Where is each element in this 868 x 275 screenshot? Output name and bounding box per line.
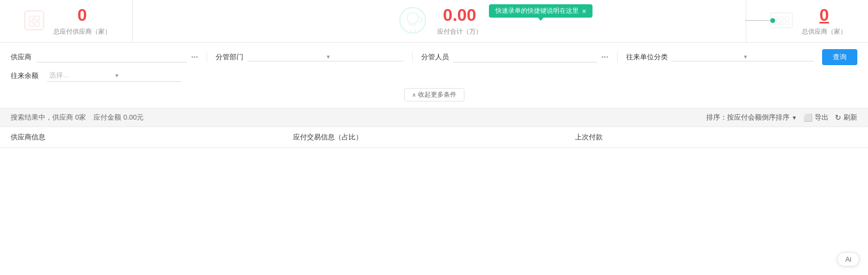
search-bar: 供应商 ··· 分管部门 ▼ 分管人员 ··· 往来单位分类 ▼ <box>0 43 868 108</box>
query-button[interactable]: 查询 <box>822 49 857 65</box>
unit-class-select[interactable]: ▼ <box>672 53 814 61</box>
svg-rect-15 <box>785 22 789 25</box>
collapse-row: ∧ 收起更多条件 <box>11 86 857 104</box>
balance-chevron-icon: ▼ <box>114 73 179 78</box>
results-bar: 搜索结果中，供应商 0家 应付金额 0.00元 排序：按应付会额倒序排序 ▼ ⬜… <box>0 108 868 127</box>
results-summary: 搜索结果中，供应商 0家 应付金额 0.00元 <box>11 113 144 122</box>
svg-rect-3 <box>29 22 33 26</box>
svg-rect-11 <box>780 17 784 20</box>
chevron-up-icon: ∧ <box>412 92 416 98</box>
ai-hint-badge[interactable]: Ai <box>837 252 859 266</box>
department-select[interactable]: ▼ <box>248 53 403 61</box>
collapse-label: 收起更多条件 <box>418 90 456 99</box>
supplier-icon <box>21 7 47 35</box>
divider-1 <box>207 52 207 62</box>
supplier-field: 供应商 ··· <box>11 52 198 62</box>
total-suppliers-label: 总供应商（家） <box>802 27 847 36</box>
svg-rect-13 <box>774 22 778 25</box>
ai-hint-label: Ai <box>845 255 851 263</box>
export-label: 导出 <box>815 113 828 122</box>
sort-chevron-icon: ▼ <box>792 115 797 121</box>
refresh-label: 刷新 <box>843 113 857 122</box>
divider-2 <box>412 52 413 62</box>
payable-suppliers-number: 0 <box>77 6 87 25</box>
tooltip-bubble: 快速录单的快捷键说明在这里 × <box>489 4 593 18</box>
payable-total-label: 应付合计（万） <box>437 27 482 36</box>
svg-rect-14 <box>780 22 784 25</box>
supplier-dots[interactable]: ··· <box>191 52 198 62</box>
balance-label: 往来余额 <box>11 71 38 81</box>
total-suppliers-number: 0 <box>819 6 829 25</box>
collapse-button[interactable]: ∧ 收起更多条件 <box>404 88 464 101</box>
search-row-2: 往来余额 选择... ▼ <box>11 69 182 82</box>
payable-total-number: 0.00 <box>443 6 476 25</box>
svg-rect-1 <box>29 16 33 20</box>
col-transaction-header: 应付交易信息（占比） <box>293 132 575 142</box>
stats-bar: 0 总应付供应商（家） 0.00 应付合计（万） <box>0 0 868 43</box>
svg-rect-12 <box>785 17 789 20</box>
department-chevron-icon: ▼ <box>326 54 401 60</box>
sort-button[interactable]: 排序：按应付会额倒序排序 ▼ <box>706 113 797 122</box>
export-icon: ⬜ <box>803 113 812 122</box>
person-field: 分管人员 ··· <box>421 52 609 62</box>
divider-3 <box>617 52 618 62</box>
col-info-header: 供应商信息 <box>11 132 293 142</box>
tooltip-close[interactable]: × <box>582 7 586 15</box>
stat-payable-total: 0.00 应付合计（万） <box>133 0 746 42</box>
stat-payable-suppliers: 0 总应付供应商（家） <box>0 0 133 42</box>
balance-select[interactable]: 选择... ▼ <box>47 69 182 82</box>
svg-rect-4 <box>35 22 40 26</box>
person-dots[interactable]: ··· <box>601 52 608 62</box>
tooltip-text: 快速录单的快捷键说明在这里 <box>495 6 579 15</box>
stat-total-suppliers: 0 总供应商（家） <box>746 0 868 42</box>
tooltip-connector-dot <box>770 18 775 23</box>
svg-rect-2 <box>35 16 40 20</box>
payable-icon <box>397 4 429 38</box>
svg-rect-0 <box>25 11 43 29</box>
col-payment-header: 上次付款 <box>575 132 857 142</box>
unit-class-field: 往来单位分类 ▼ <box>626 52 814 62</box>
person-input[interactable] <box>453 52 597 62</box>
table-body <box>0 148 868 275</box>
svg-point-6 <box>407 12 419 23</box>
payable-suppliers-label: 总应付供应商（家） <box>53 27 111 36</box>
person-label: 分管人员 <box>421 52 449 62</box>
export-button[interactable]: ⬜ 导出 <box>803 113 828 122</box>
department-label: 分管部门 <box>216 52 243 62</box>
supplier-input[interactable] <box>36 52 187 62</box>
search-row-1: 供应商 ··· 分管部门 ▼ 分管人员 ··· 往来单位分类 ▼ <box>11 49 857 65</box>
results-actions: 排序：按应付会额倒序排序 ▼ ⬜ 导出 ↻ 刷新 <box>706 113 857 122</box>
department-field: 分管部门 ▼ <box>216 52 403 62</box>
results-supplier-text: 搜索结果中，供应商 0家 应付金额 0.00元 <box>11 113 144 122</box>
refresh-icon: ↻ <box>835 113 841 122</box>
sort-label: 排序：按应付会额倒序排序 <box>706 113 790 122</box>
unit-class-label: 往来单位分类 <box>626 52 668 62</box>
refresh-button[interactable]: ↻ 刷新 <box>835 113 857 122</box>
unit-class-chevron-icon: ▼ <box>743 54 811 60</box>
tooltip-connector-line <box>745 20 772 21</box>
supplier-label: 供应商 <box>11 52 32 62</box>
table-header: 供应商信息 应付交易信息（占比） 上次付款 <box>0 127 868 148</box>
balance-placeholder: 选择... <box>49 70 114 80</box>
